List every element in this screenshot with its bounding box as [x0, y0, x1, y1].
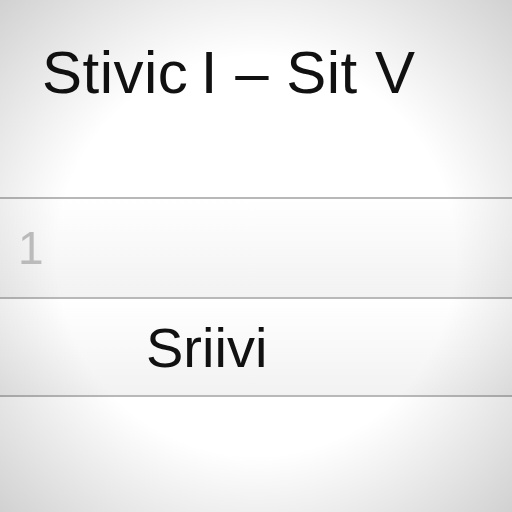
- row-index: 1: [18, 221, 44, 275]
- page-title: Stivic I – Sit V: [0, 0, 512, 107]
- list: 1 Sriivi: [0, 197, 512, 397]
- list-item[interactable]: Sriivi: [0, 297, 512, 397]
- row-label: Sriivi: [146, 315, 267, 380]
- list-item[interactable]: 1: [0, 197, 512, 297]
